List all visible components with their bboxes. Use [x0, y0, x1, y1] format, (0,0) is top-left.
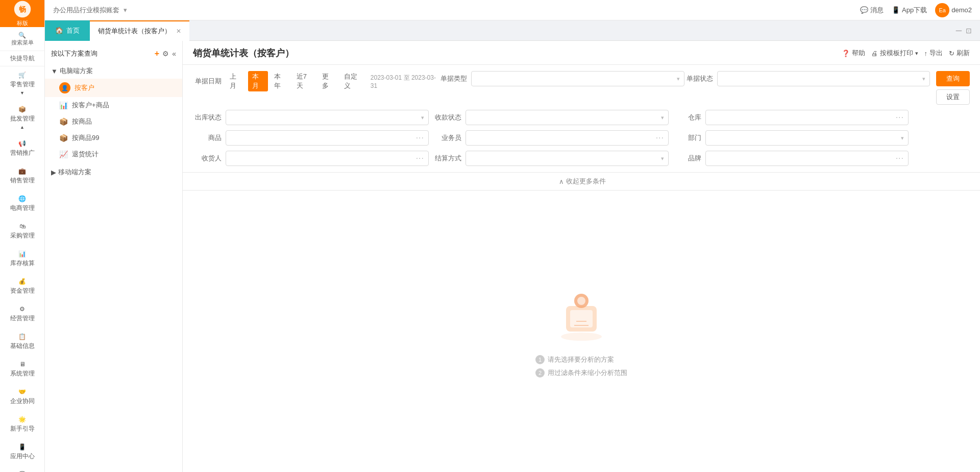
industry-dropdown-icon[interactable]: ▾	[124, 6, 127, 14]
sidebar-item-inventory[interactable]: 📊 库存核算	[0, 245, 44, 273]
collection-status-dropdown-icon: ▾	[661, 114, 664, 121]
date-tab-more[interactable]: 更多	[318, 71, 338, 91]
tab-sales-stat[interactable]: 销货单统计表（按客户） ✕	[90, 20, 189, 41]
quick-nav-label: 快捷导航	[10, 55, 35, 62]
product-select[interactable]: ···	[226, 130, 429, 146]
header-right: 💬 消息 📱 App下载 Ea demo2	[860, 3, 972, 17]
sidebar-item-retail[interactable]: 🛒 零售管理 ▼	[0, 66, 44, 101]
sidebar: 畅 标版 🔍 搜索菜单 快捷导航 🛒 零售管理 ▼ 📦 批发管理 ▲ 📢 营销推…	[0, 0, 45, 472]
settlement-select[interactable]: ▾	[465, 151, 669, 166]
search-menu-item[interactable]: 🔍 搜索菜单	[0, 27, 44, 51]
action-buttons: 查询 设置	[930, 71, 970, 105]
sidebar-item-marketing[interactable]: 📢 营销推广	[0, 135, 44, 162]
tip-2-text: 用过滤条件来缩小分析范围	[548, 368, 627, 377]
left-panel-header: 按以下方案查询 + ⚙ «	[45, 46, 182, 61]
add-scheme-button[interactable]: +	[155, 49, 159, 58]
mobile-group-label: 移动端方案	[58, 168, 91, 177]
purchase-icon: 🛍	[19, 223, 26, 230]
product-icon: 📦	[59, 117, 68, 126]
refresh-button[interactable]: ↻ 刷新	[949, 49, 970, 58]
collection-status-select[interactable]: ▾	[465, 110, 669, 125]
out-status-select[interactable]: ▾	[226, 110, 429, 125]
warehouse-filter: 仓库 ···	[673, 110, 909, 125]
date-filter-label: 单据日期	[193, 77, 222, 86]
scheme-by-product-99-label: 按商品99	[72, 133, 176, 143]
scheme-item-by-customer-product[interactable]: 📊 按客户+商品	[45, 97, 182, 113]
salesperson-select[interactable]: ···	[465, 130, 669, 146]
sidebar-item-wholesale[interactable]: 📦 批发管理 ▲	[0, 101, 44, 135]
settlement-label: 结算方式	[433, 154, 461, 163]
finance-icon: 💰	[18, 278, 26, 285]
newbie-icon: 🌟	[18, 416, 26, 423]
date-filter-group: 单据日期 上月 本月 本年 近7天 更多 自定义 2023-03-01 至 20…	[193, 71, 438, 91]
order-status-label: 单据状态	[684, 74, 713, 83]
product-filter: 商品 ···	[193, 130, 429, 146]
collapse-more-button[interactable]: ∧ 收起更多条件	[183, 173, 980, 191]
brand-filter: 品牌 ···	[673, 151, 909, 166]
logo-icon: 畅	[13, 0, 32, 18]
collapse-label: 收起更多条件	[566, 177, 606, 186]
minimize-window-button[interactable]: ─	[956, 26, 962, 35]
sidebar-item-enterprise[interactable]: 🤝 企业协同	[0, 383, 44, 411]
order-type-select[interactable]: ▾	[471, 71, 684, 86]
date-tab-7days[interactable]: 近7天	[292, 71, 316, 91]
sidebar-logo[interactable]: 畅 标版	[0, 0, 44, 27]
message-label: 消息	[870, 6, 884, 15]
date-tab-custom[interactable]: 自定义	[340, 71, 366, 91]
sidebar-item-purchase[interactable]: 🛍 采购管理	[0, 218, 44, 245]
date-tab-this-month[interactable]: 本月	[248, 71, 268, 91]
desktop-scheme-group: ▼ 电脑端方案 👤 按客户 📊 按客户+商品 📦 按商品	[45, 63, 182, 162]
sidebar-item-basic[interactable]: 📋 基础信息	[0, 328, 44, 356]
help-button[interactable]: ❓ 帮助	[842, 49, 865, 58]
scheme-item-return-stats[interactable]: 📈 退货统计	[45, 146, 182, 162]
sidebar-item-system[interactable]: 🖥 系统管理	[0, 356, 44, 383]
settings-button[interactable]: 设置	[936, 89, 970, 105]
date-tab-last-month[interactable]: 上月	[226, 71, 246, 91]
sidebar-item-newbie[interactable]: 🌟 新手引导	[0, 411, 44, 438]
scheme-item-by-product[interactable]: 📦 按商品	[45, 113, 182, 130]
basic-icon: 📋	[18, 333, 26, 340]
sidebar-item-sales[interactable]: 💼 销售管理	[0, 162, 44, 190]
scheme-item-by-customer[interactable]: 👤 按客户	[45, 79, 182, 97]
export-label: 导出	[929, 49, 943, 58]
collapse-panel-button[interactable]: «	[172, 50, 176, 58]
page-actions: ❓ 帮助 🖨 按模板打印 ▾ ↑ 导出 ↻ 刷新	[842, 49, 970, 58]
sidebar-item-wechat[interactable]: 💬 企业微信	[0, 466, 44, 472]
sidebar-item-ecommerce[interactable]: 🌐 电商管理	[0, 190, 44, 218]
export-icon: ↑	[924, 50, 928, 57]
scheme-item-by-product-99[interactable]: 📦 按商品99	[45, 130, 182, 146]
maximize-window-button[interactable]: ⊡	[966, 27, 972, 35]
dept-select[interactable]: ▾	[705, 130, 909, 146]
sidebar-item-appstore[interactable]: 📱 应用中心	[0, 438, 44, 466]
close-tab-button[interactable]: ✕	[176, 28, 181, 35]
marketing-label: 营销推广	[10, 149, 35, 157]
wholesale-arrow: ▲	[20, 125, 24, 130]
operation-label: 经营管理	[10, 314, 35, 323]
date-tab-this-year[interactable]: 本年	[270, 71, 290, 91]
tip-1-number: 1	[535, 355, 545, 364]
settings-scheme-button[interactable]: ⚙	[162, 50, 169, 58]
mobile-group-title[interactable]: ▶ 移动端方案	[45, 164, 182, 180]
system-label: 系统管理	[10, 369, 35, 378]
brand-select[interactable]: ···	[705, 151, 909, 166]
app-download-button[interactable]: 📱 App下载	[892, 6, 927, 15]
appstore-label: 应用中心	[10, 452, 35, 461]
message-button[interactable]: 💬 消息	[860, 6, 884, 15]
desktop-group-title[interactable]: ▼ 电脑端方案	[45, 63, 182, 79]
sidebar-item-finance[interactable]: 💰 资金管理	[0, 273, 44, 300]
product-99-icon: 📦	[59, 134, 68, 142]
export-button[interactable]: ↑ 导出	[924, 49, 943, 58]
warehouse-select[interactable]: ···	[705, 110, 909, 125]
print-template-button[interactable]: 🖨 按模板打印 ▾	[871, 49, 918, 58]
query-button[interactable]: 查询	[936, 71, 970, 86]
right-panel: 销货单统计表（按客户） ❓ 帮助 🖨 按模板打印 ▾ ↑ 导出	[183, 41, 980, 472]
order-status-select[interactable]: ▾	[717, 71, 930, 86]
user-profile-button[interactable]: Ea demo2	[935, 3, 972, 17]
sidebar-item-operation[interactable]: ⚙ 经营管理	[0, 300, 44, 328]
collapse-up-icon: ∧	[559, 178, 564, 185]
receiver-select[interactable]: ···	[226, 151, 429, 166]
desktop-group-label: 电脑端方案	[60, 66, 93, 76]
quick-nav-item[interactable]: 快捷导航	[0, 51, 44, 66]
tab-home[interactable]: 🏠 首页	[45, 20, 90, 41]
receiver-dots: ···	[416, 154, 424, 163]
